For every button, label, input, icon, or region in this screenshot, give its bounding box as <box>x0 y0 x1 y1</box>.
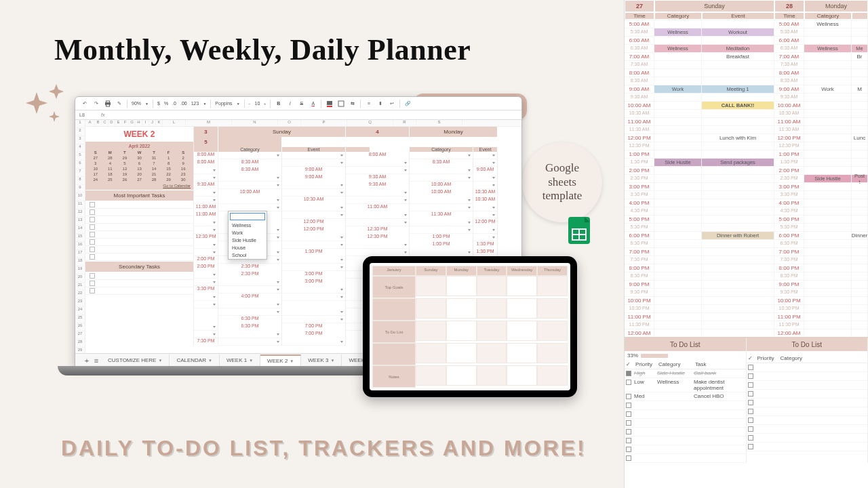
rp-category[interactable] <box>804 280 852 288</box>
merge-icon[interactable]: ⇆ <box>349 100 356 107</box>
event-cell[interactable] <box>346 159 410 167</box>
todo-row[interactable] <box>625 436 746 445</box>
strike-icon[interactable]: S <box>298 100 305 107</box>
task-row[interactable] <box>85 246 193 253</box>
tablet-cell[interactable] <box>446 276 477 296</box>
rp-event[interactable] <box>702 109 774 117</box>
borders-icon[interactable] <box>337 100 344 107</box>
category-cell[interactable] <box>218 308 282 316</box>
category-cell[interactable] <box>282 159 346 167</box>
todo-row[interactable] <box>747 443 868 451</box>
todo-row[interactable] <box>747 416 868 425</box>
checkbox-icon[interactable] <box>748 409 753 414</box>
event-cell[interactable] <box>194 241 218 249</box>
event-cell[interactable] <box>218 174 282 182</box>
category-cell[interactable] <box>410 226 473 234</box>
align-icon[interactable]: ≡ <box>365 100 372 107</box>
mini-month-calendar[interactable]: April 2022 SMTWTFS2728293031123456789101… <box>85 142 193 190</box>
tablet-cell[interactable] <box>416 276 446 296</box>
rp-category[interactable] <box>804 312 852 321</box>
checkbox-icon[interactable] <box>748 426 753 432</box>
category-cell[interactable] <box>194 331 218 338</box>
rp-category[interactable]: Wellness <box>654 44 702 52</box>
checkbox-icon[interactable] <box>90 288 95 293</box>
todo-row[interactable] <box>747 390 868 399</box>
rp-category[interactable] <box>804 247 852 256</box>
todo-row[interactable] <box>625 401 746 410</box>
category-cell[interactable] <box>473 211 498 219</box>
rp-category[interactable] <box>804 231 852 239</box>
event-cell[interactable] <box>410 249 473 256</box>
rp-event[interactable] <box>702 125 774 134</box>
italic-icon[interactable]: I <box>286 100 294 107</box>
rp-category[interactable]: Wellness <box>804 44 852 52</box>
rp-category[interactable] <box>654 304 702 312</box>
rp-event[interactable] <box>852 304 868 312</box>
rp-category[interactable] <box>654 36 702 44</box>
dropdown-item[interactable]: Wellness <box>229 222 267 229</box>
rp-category[interactable] <box>654 272 702 280</box>
checkbox-icon[interactable] <box>748 382 753 388</box>
rp-event[interactable] <box>852 28 868 36</box>
dropdown-item[interactable]: House <box>229 244 267 251</box>
rp-category[interactable] <box>804 36 852 44</box>
checkbox-icon[interactable] <box>90 224 95 230</box>
checkbox-icon[interactable] <box>626 438 631 443</box>
all-sheets-button[interactable]: ≡ <box>92 357 101 365</box>
rp-category[interactable] <box>654 321 702 329</box>
todo-row[interactable] <box>747 425 868 434</box>
tablet-cell[interactable] <box>537 321 568 341</box>
dropdown-item[interactable]: School <box>229 251 267 259</box>
sheet-tab[interactable]: WEEK 2 ▼ <box>260 354 301 366</box>
tablet-cell[interactable] <box>477 298 507 319</box>
rp-event[interactable]: M <box>852 85 868 93</box>
rp-category[interactable] <box>804 256 852 264</box>
rp-category[interactable] <box>804 109 852 117</box>
todo-row[interactable] <box>625 419 746 428</box>
rp-category[interactable] <box>654 101 702 109</box>
rp-event[interactable] <box>702 215 774 223</box>
rp-event[interactable]: Lunch with Kim <box>702 134 774 142</box>
rp-event[interactable] <box>702 93 774 101</box>
todo-row[interactable]: LowWellnessMake dentist appointment <box>625 378 746 392</box>
rp-category[interactable] <box>654 215 702 223</box>
rp-category[interactable] <box>804 215 852 223</box>
rp-event[interactable]: Dinner <box>852 231 868 239</box>
event-cell[interactable] <box>282 256 346 264</box>
todo-row[interactable] <box>625 428 746 436</box>
event-cell[interactable] <box>410 219 473 226</box>
rp-event[interactable] <box>702 272 774 280</box>
event-cell[interactable] <box>218 301 282 308</box>
category-cell[interactable] <box>218 338 282 346</box>
event-cell[interactable] <box>473 204 498 211</box>
checkbox-icon[interactable] <box>90 232 95 237</box>
rp-category[interactable] <box>804 223 852 231</box>
rp-category[interactable] <box>654 288 702 296</box>
rp-category[interactable]: Wellness <box>804 20 852 28</box>
rp-event[interactable] <box>702 68 774 77</box>
event-cell[interactable] <box>194 189 218 197</box>
event-cell[interactable] <box>218 331 282 338</box>
rp-event[interactable] <box>702 247 774 256</box>
rp-event[interactable] <box>852 288 868 296</box>
rp-event[interactable] <box>702 256 774 264</box>
rp-category[interactable] <box>654 125 702 134</box>
rp-category[interactable] <box>654 256 702 264</box>
rp-category[interactable] <box>654 280 702 288</box>
event-cell[interactable] <box>473 226 498 234</box>
checkbox-icon[interactable] <box>90 217 95 222</box>
checkbox-icon[interactable] <box>748 418 753 423</box>
checkbox-icon[interactable] <box>748 365 753 370</box>
tablet-cell[interactable] <box>507 276 537 296</box>
rp-category[interactable] <box>804 77 852 85</box>
rp-category[interactable] <box>654 207 702 215</box>
tablet-cell[interactable] <box>416 321 446 341</box>
task-row[interactable] <box>85 272 193 280</box>
event-cell[interactable] <box>194 323 218 331</box>
rp-event[interactable] <box>702 166 774 174</box>
rp-event[interactable] <box>852 142 868 150</box>
checkbox-icon[interactable] <box>626 420 631 426</box>
rp-category[interactable] <box>654 52 702 60</box>
rp-category[interactable] <box>654 296 702 304</box>
rp-event[interactable] <box>852 158 868 166</box>
